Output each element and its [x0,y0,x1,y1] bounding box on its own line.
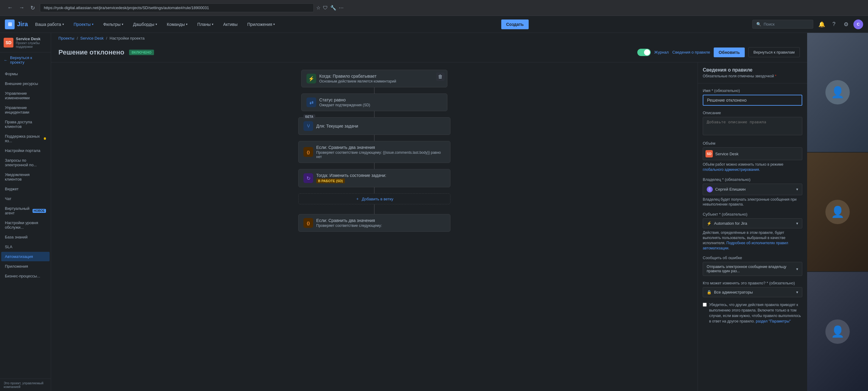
chevron-down-icon: ▾ [186,23,187,26]
arrow-left-icon: ← [4,58,8,62]
sidebar-item-lang[interactable]: Поддержка разных яз... [1,131,50,146]
nav-filters[interactable]: Фильтры ▾ [101,20,126,29]
sidebar-item-forms[interactable]: Формы [1,69,50,79]
trigger-delete-button[interactable]: 🗑 [436,72,445,81]
who-select[interactable]: 🔒 Все администраторы ▾ [703,287,802,297]
rule-canvas: ⚡ Когда: Правило срабатывает Основным де… [51,62,698,391]
sidebar-item-knowledge[interactable]: База знаний [1,232,50,242]
trigger-node-subtitle: Основным действием является комментарий [319,79,442,84]
compare-node-subtitle: Проверяет соответствие следующему: {{iss… [316,150,445,159]
who-label: Кто может изменять это правило? * (обяза… [703,281,802,285]
refresh-button[interactable]: ↻ [28,3,37,12]
back-to-project-link[interactable]: ← Вернуться к проекту [0,52,51,68]
breadcrumb-service-desk[interactable]: Service Desk [80,36,104,40]
browser-bar: ← → ↻ https://ryok-digital.atlassian.net… [0,0,868,16]
sidebar-item-automation[interactable]: Автоматизация [1,252,50,261]
trigger-node[interactable]: ⚡ Когда: Правило срабатывает Основным де… [301,70,447,87]
nav-assets[interactable]: Активы [221,20,240,29]
compare2-node-wrapper: {} Если: Сравнить два значения Проверяет… [298,214,451,232]
required-star: * [775,74,776,78]
create-button[interactable]: Создать [501,20,529,29]
compare2-node-title: Если: Сравнить два значения [316,218,445,223]
sidebar-item-business[interactable]: Бизнес-процессы... [1,271,50,281]
add-branch-button[interactable]: ＋ Добавить в ветку [298,193,451,204]
nav-plans[interactable]: Планы ▾ [195,20,216,29]
sidebar-item-external[interactable]: Внешние ресурсы [1,79,50,88]
search-box[interactable]: 🔍 Поиск [752,20,813,29]
right-panel-content: Имя * (обязательно) Описание Объём SD Se… [698,84,807,391]
subject-select[interactable]: ⚡ Automation for Jira ▾ [703,218,802,229]
star-icon[interactable]: ☆ [316,5,320,11]
forward-button[interactable]: → [17,3,27,12]
breadcrumb-projects[interactable]: Проекты [58,36,74,40]
compare-node[interactable]: {} Если: Сравнить два значения Проверяет… [298,141,451,163]
flow-line-3 [374,135,375,141]
nav-apps[interactable]: Приложения ▾ [245,20,278,29]
compare-node-title: Если: Сравнить два значения [316,145,445,150]
beta-badge: БЕТА [304,115,315,119]
back-to-rules-button[interactable]: Вернуться к правилам [748,47,800,57]
notifications-button[interactable]: 🔔 [817,20,827,29]
help-button[interactable]: ? [829,20,839,29]
params-link[interactable]: раздел "Параметры" [756,319,791,323]
chevron-down-icon: ▾ [273,23,275,26]
back-button[interactable]: ← [5,3,15,12]
journal-link[interactable]: Журнал [654,50,669,55]
url-bar[interactable]: https://ryok-digital.atlassian.net/jira/… [40,3,314,12]
rule-info-link[interactable]: Сведения о правиле [672,50,710,55]
sidebar-item-chat[interactable]: Чат [1,194,50,203]
sidebar-item-incident-mgmt[interactable]: Управление инцидентами [1,103,50,117]
sidebar-item-notifications[interactable]: Уведомления клиентов [1,170,50,184]
sidebar-item-apps[interactable]: Приложения [1,262,50,271]
rule-header: Решение отклонено ВКЛЮЧЕНО Журнал Сведен… [51,43,807,62]
flow-line-4 [374,163,375,169]
nav-dashboards[interactable]: Дашборды ▾ [130,20,159,29]
extension-icon: 🔧 [330,5,336,11]
status-node[interactable]: ⇄ Статус равно Ожидает подтверждения (SD… [301,93,447,111]
loop-checkbox-text: Убедитесь, что другие действия правила п… [709,302,802,324]
new-badge: НОВОЕ [33,209,46,213]
nav-projects[interactable]: Проекты ▾ [71,20,96,29]
for-tasks-node-text: Для: Текущие задачи [316,124,445,128]
nav-teams[interactable]: Команды ▾ [164,20,190,29]
search-placeholder: Поиск [764,22,775,27]
global-admin-link[interactable]: глобального администрирования. [703,168,760,172]
name-input[interactable] [703,95,802,106]
main-layout: SD Service Desk Проект службы поддержки … [0,33,868,391]
sidebar-item-portal[interactable]: Настройки портала [1,146,50,155]
settings-button[interactable]: ⚙ [841,20,851,29]
sidebar-item-access[interactable]: Права доступа клиентов [1,117,50,131]
compare2-node-subtitle: Проверяет соответствие следующему: [316,223,445,228]
subject-note: Действия, определённые в этом правиле, б… [703,230,802,251]
required-note: Обязательные поля отмечены звездочкой * [703,74,802,78]
error-select[interactable]: Отправить электронное сообщение владельц… [703,262,802,276]
sidebar-item-change-mgmt[interactable]: Управление изменениями [1,89,50,102]
sidebar-item-sla-settings[interactable]: Настройки уровня обслужи... [1,218,50,232]
sidebar-item-widget[interactable]: Виджет [1,184,50,194]
action-node-subtitle: В РАБОТЕ (SD) [316,178,445,183]
owner-select[interactable]: С Сергей Епишкин ▾ [703,184,802,195]
sidebar-item-virtual-agent[interactable]: Виртуальный агент НОВОЕ [1,204,50,218]
for-tasks-node[interactable]: БЕТА ⑂ Для: Текущие задачи [298,117,451,135]
user-avatar[interactable]: C [854,20,863,29]
description-textarea[interactable] [703,117,802,135]
rule-canvas-area: ⚡ Когда: Правило срабатывает Основным де… [51,62,807,391]
flow-line-2 [374,111,375,117]
nav-your-work[interactable]: Ваша работа ▾ [33,20,66,29]
content-area: Проекты / Service Desk / Настройки проек… [51,33,807,391]
chevron-down-icon: ▾ [796,267,798,271]
action-node[interactable]: ↻ Тогда: Изменить состояние задачи: В РА… [298,169,451,187]
right-panel: Сведения о правиле Обязательные поля отм… [698,62,807,391]
update-button[interactable]: Обновить [714,48,744,57]
for-tasks-node-title: Для: Текущие задачи [316,124,445,128]
menu-icon[interactable]: ⋯ [339,5,344,11]
sidebar-item-email-requests[interactable]: Запросы по электронной по... [1,156,50,170]
chevron-down-icon: ▾ [796,290,798,295]
loop-checkbox[interactable] [703,303,707,307]
compare2-node[interactable]: {} Если: Сравнить два значения Проверяет… [298,214,451,232]
sidebar-item-sla[interactable]: SLA [1,242,50,251]
toggle-knob [644,49,650,55]
rule-title: Решение отклонено [58,49,124,56]
jira-logo: ⊞ Jira [5,20,28,29]
enabled-toggle[interactable] [637,49,651,56]
